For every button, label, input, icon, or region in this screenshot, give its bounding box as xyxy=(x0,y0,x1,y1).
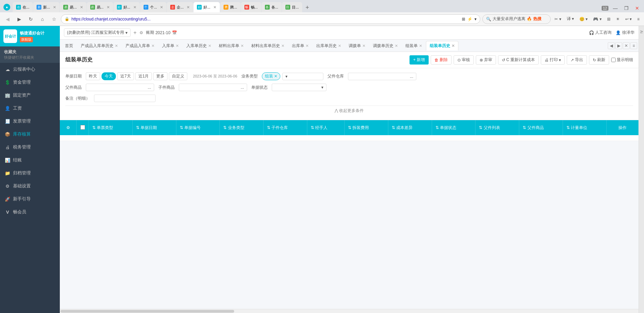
date-btn-1month[interactable]: 近1月 xyxy=(135,72,152,80)
tab-x-material-out-history[interactable]: ✕ xyxy=(281,44,284,48)
nav-tab-finished-history[interactable]: 产成品入库单历史 ✕ xyxy=(77,41,122,51)
close-button[interactable]: ✕ xyxy=(633,4,641,12)
sidebar-item-payroll[interactable]: 👤 工资 xyxy=(0,102,60,115)
company-selector[interactable]: (勿删勿禁用) 江西服宝测试专用 ▾ xyxy=(64,28,131,37)
favorites-section[interactable]: 收藏夹 快捷键打开收藏夹 xyxy=(0,46,60,63)
sidebar-item-inventory[interactable]: 📦 库存核算 xyxy=(0,128,60,141)
game-btn[interactable]: 🎮 ▾ xyxy=(591,16,603,23)
grid-btn[interactable]: ⊞ xyxy=(605,16,612,23)
sidebar-item-closing[interactable]: 📊 结账 xyxy=(0,154,60,167)
col-unit[interactable]: ⇅ 计量单位 xyxy=(563,120,606,135)
sidebar-item-guide[interactable]: 🚀 新手引导 xyxy=(0,193,60,205)
tab-x-transfer-history[interactable]: ✕ xyxy=(395,44,398,48)
col-child-warehouse[interactable]: ⇅ 子件仓库 xyxy=(264,120,307,135)
tab-x-material-out[interactable]: ✕ xyxy=(241,44,244,48)
sidebar-item-tax[interactable]: 🖨 税务管理 xyxy=(0,141,60,154)
col-parent-goods[interactable]: ⇅ 父件商品 xyxy=(519,120,563,135)
abandon-btn[interactable]: ⊗ 弃审 xyxy=(476,55,496,65)
select-all-checkbox[interactable] xyxy=(80,125,85,130)
tab-x-finished[interactable]: ✕ xyxy=(151,44,155,48)
nav-tab-transfer[interactable]: 调拨单 ✕ xyxy=(345,41,369,51)
tab-close-2[interactable]: ✕ xyxy=(53,5,56,10)
tab-x-transfer[interactable]: ✕ xyxy=(362,44,365,48)
tab-x-outbound[interactable]: ✕ xyxy=(306,44,309,48)
date-btn-today[interactable]: 今天 xyxy=(102,72,116,80)
bottom-scrollbar[interactable] xyxy=(60,309,639,313)
col-biz-type[interactable]: ⇅ 业务类型 xyxy=(220,120,264,135)
date-btn-more[interactable]: 更多 xyxy=(153,72,167,80)
tab-close-6[interactable]: ✕ xyxy=(160,5,163,10)
nav-tab-inbound[interactable]: 入库单 ✕ xyxy=(158,41,183,51)
cut-btn[interactable]: ✂ ▾ xyxy=(553,16,563,23)
print-btn[interactable]: 🖨 打印 ▾ xyxy=(541,55,565,65)
tab-x-assembly-history[interactable]: ✕ xyxy=(452,44,455,48)
tabs-scroll-right[interactable]: ▶ xyxy=(615,42,622,49)
browser-tab-3[interactable]: 易 易... ✕ xyxy=(60,2,86,12)
nav-tab-assembly-history[interactable]: 组装单历史 ✕ xyxy=(426,41,458,51)
tabs-more[interactable]: ≡ xyxy=(630,42,637,49)
collapse-bar[interactable]: ⋀ 收起更多条件 xyxy=(65,105,633,116)
nav-tab-outbound[interactable]: 出库单 ✕ xyxy=(288,41,312,51)
home-button[interactable]: ⌂ xyxy=(38,14,47,24)
restore-button[interactable]: ❐ xyxy=(622,4,630,12)
col-parent-list[interactable]: ⇅ 父件列表 xyxy=(475,120,519,135)
browser-tab-5[interactable]: 好 好... ✕ xyxy=(113,2,140,12)
nav-tab-home[interactable]: 首页 xyxy=(61,41,77,51)
more-dots[interactable]: ... xyxy=(410,74,413,79)
sidebar-item-settings[interactable]: ⚙ 基础设置 xyxy=(0,180,60,193)
browser-tab-7[interactable]: 企 企... ✕ xyxy=(167,2,193,12)
tab-close-4[interactable]: ✕ xyxy=(107,5,110,10)
nav-tab-outbound-history[interactable]: 出库单历史 ✕ xyxy=(312,41,345,51)
col-handler[interactable]: ⇅ 经手人 xyxy=(307,120,344,135)
tab-close-5[interactable]: ✕ xyxy=(133,5,136,10)
col-cost-diff[interactable]: ⇅ 成本差异 xyxy=(388,120,432,135)
tab-close-8[interactable]: ✕ xyxy=(213,5,216,10)
browser-tab-11[interactable]: 各 各... xyxy=(261,2,282,12)
biz-type-select[interactable]: ▾ xyxy=(282,73,323,80)
sidebar-item-reports[interactable]: ☁ 云报表中心 xyxy=(0,63,60,76)
sidebar-item-funds[interactable]: 💲 资金管理 xyxy=(0,76,60,89)
emoji-btn[interactable]: 😊 ▾ xyxy=(578,16,589,23)
note-input[interactable] xyxy=(94,95,156,102)
browser-tab-8[interactable]: 好 好... ✕ xyxy=(193,2,220,12)
browser-tab-9[interactable]: 腾 腾... xyxy=(220,2,240,12)
tab-x-outbound-history[interactable]: ✕ xyxy=(338,44,341,48)
right-panel-toggle[interactable]: Ai xyxy=(639,29,644,34)
child-goods-more[interactable]: ... xyxy=(241,85,244,90)
print-dropdown[interactable]: ▾ xyxy=(559,58,561,62)
date-btn-custom[interactable]: 自定义 xyxy=(169,72,187,80)
nav-tab-transfer-history[interactable]: 调拨单历史 ✕ xyxy=(369,41,402,51)
nav-tab-material-out-history[interactable]: 材料出库单历史 ✕ xyxy=(247,41,288,51)
user-info[interactable]: 👤 徐泽华 xyxy=(616,30,634,35)
biz-type-tag-remove[interactable]: ✕ xyxy=(274,74,277,79)
browser-tab-4[interactable]: 易 易... ✕ xyxy=(87,2,113,12)
col-bill-type[interactable]: ⇅ 单票类型 xyxy=(89,120,133,135)
settings-gear-icon[interactable]: ⚙ xyxy=(139,30,143,35)
col-disassembly-fee[interactable]: ⇅ 拆装费用 xyxy=(345,120,388,135)
col-bill-status[interactable]: ⇅ 单据状态 xyxy=(432,120,475,135)
table-settings-btn[interactable]: ⚙ xyxy=(63,123,73,132)
col-bill-date[interactable]: ⇅ 单据日期 xyxy=(132,120,176,135)
tab-x-inbound[interactable]: ✕ xyxy=(176,44,179,48)
browser-tab-2[interactable]: 新 新... ✕ xyxy=(33,2,59,12)
date-btn-7days[interactable]: 近7天 xyxy=(117,72,134,80)
parent-goods-more[interactable]: ... xyxy=(148,85,151,90)
tabs-scroll-left[interactable]: ◀ xyxy=(608,42,615,49)
forward-button[interactable]: ▶ xyxy=(14,14,24,24)
sun-btn[interactable]: ☀ xyxy=(614,16,621,23)
back-button[interactable]: ◀ xyxy=(3,14,12,24)
consulting-btn[interactable]: 🎧 人工咨询 xyxy=(589,30,612,35)
refresh-btn[interactable]: ↻ 刷新 xyxy=(589,55,609,65)
sidebar-item-archive[interactable]: 📁 归档管理 xyxy=(0,167,60,180)
tab-close-3[interactable]: ✕ xyxy=(80,5,83,10)
bill-status-select[interactable]: ▾ xyxy=(272,84,326,91)
sidebar-item-assets[interactable]: 🏢 固定资产 xyxy=(0,89,60,102)
export-btn[interactable]: ↗ 导出 xyxy=(567,55,587,65)
audit-btn[interactable]: ⊙ 审核 xyxy=(454,55,474,65)
url-bar[interactable]: 🔒 https://cloud.chanjet.com/accounting/u… xyxy=(61,14,480,24)
delete-btn[interactable]: 🗑 删除 xyxy=(431,55,452,65)
nav-tab-inbound-history[interactable]: 入库单历史 ✕ xyxy=(183,41,215,51)
search-bar[interactable]: 🔍 大量安卓用户逃离 🔥 热搜 xyxy=(482,14,551,24)
url-dropdown-icon[interactable]: ▾ xyxy=(474,17,477,22)
tab-x-finished-history[interactable]: ✕ xyxy=(115,44,118,48)
